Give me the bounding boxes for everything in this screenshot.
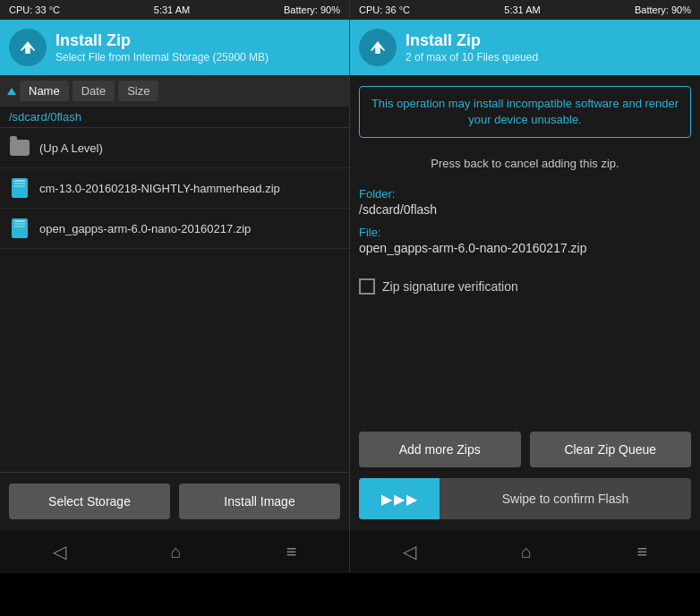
right-menu-icon[interactable]: ≡ bbox=[623, 535, 662, 569]
left-time: 5:31 AM bbox=[154, 4, 190, 15]
left-logo bbox=[9, 29, 47, 66]
list-item[interactable]: cm-13.0-20160218-NIGHTLY-hammerhead.zip bbox=[0, 168, 349, 209]
left-battery: Battery: 90% bbox=[284, 4, 340, 15]
sort-arrow-icon bbox=[7, 88, 16, 95]
right-logo bbox=[359, 29, 397, 66]
zip-icon bbox=[9, 177, 30, 199]
clear-zip-queue-button[interactable]: Clear Zip Queue bbox=[530, 432, 692, 467]
right-battery: Battery: 90% bbox=[635, 4, 691, 15]
swipe-arrow-1: ▶ bbox=[381, 491, 392, 508]
swipe-confirm-bar[interactable]: ▶ ▶ ▶ Swipe to confirm Flash bbox=[359, 478, 691, 519]
list-item[interactable]: open_gapps-arm-6.0-nano-20160217.zip bbox=[0, 209, 349, 249]
right-subtitle: 2 of max of 10 Files queued bbox=[405, 51, 538, 64]
swipe-arrow-3: ▶ bbox=[406, 491, 417, 508]
file-value: open_gapps-arm-6.0-nano-20160217.zip bbox=[359, 241, 691, 255]
right-content: This operation may install incompatible … bbox=[350, 75, 700, 530]
file-label: File: bbox=[359, 226, 691, 239]
left-title: Install Zip bbox=[55, 31, 269, 51]
folder-icon bbox=[9, 137, 30, 158]
home-icon[interactable]: ⌂ bbox=[157, 535, 196, 569]
install-image-button[interactable]: Install Image bbox=[179, 483, 340, 519]
right-cpu: CPU: 36 °C bbox=[359, 4, 410, 15]
swipe-arrow-2: ▶ bbox=[394, 491, 405, 508]
back-icon[interactable]: ◁ bbox=[38, 534, 81, 569]
file-name: (Up A Level) bbox=[39, 141, 103, 155]
list-item[interactable]: (Up A Level) bbox=[0, 128, 349, 168]
file-name: open_gapps-arm-6.0-nano-20160217.zip bbox=[39, 222, 251, 235]
folder-label: Folder: bbox=[359, 187, 691, 201]
path-bar: /sdcard/0flash bbox=[0, 107, 349, 128]
menu-icon[interactable]: ≡ bbox=[272, 535, 312, 569]
zip-verify-row[interactable]: Zip signature verification bbox=[359, 278, 691, 295]
select-storage-button[interactable]: Select Storage bbox=[9, 483, 170, 519]
folder-info: Folder: /sdcard/0flash File: open_gapps-… bbox=[350, 180, 700, 271]
cancel-hint: Press back to cancel adding this zip. bbox=[359, 156, 691, 172]
left-subtitle: Select File from Internal Storage (25900… bbox=[55, 51, 269, 64]
right-header: Install Zip 2 of max of 10 Files queued bbox=[350, 20, 700, 75]
left-header: Install Zip Select File from Internal St… bbox=[0, 20, 349, 75]
file-name: cm-13.0-20160218-NIGHTLY-hammerhead.zip bbox=[39, 182, 280, 195]
folder-value: /sdcard/0flash bbox=[359, 202, 691, 217]
warning-text: This operation may install incompatible … bbox=[369, 96, 681, 128]
sort-bar: Name Date Size bbox=[0, 75, 349, 107]
left-nav-bar: ◁ ⌂ ≡ bbox=[0, 530, 349, 573]
zip-verify-label: Zip signature verification bbox=[382, 279, 518, 294]
right-time: 5:31 AM bbox=[504, 4, 540, 15]
left-cpu: CPU: 33 °C bbox=[9, 4, 60, 15]
left-bottom-buttons: Select Storage Install Image bbox=[0, 472, 349, 530]
add-more-zips-button[interactable]: Add more Zips bbox=[359, 432, 521, 467]
sort-size-button[interactable]: Size bbox=[118, 81, 158, 101]
left-header-text: Install Zip Select File from Internal St… bbox=[55, 31, 269, 64]
zip-verify-checkbox[interactable] bbox=[359, 278, 375, 295]
warning-box: This operation may install incompatible … bbox=[359, 86, 691, 138]
right-status-bar: CPU: 36 °C 5:31 AM Battery: 90% bbox=[350, 0, 700, 20]
right-header-text: Install Zip 2 of max of 10 Files queued bbox=[405, 31, 538, 64]
sort-name-button[interactable]: Name bbox=[20, 81, 69, 101]
file-list: (Up A Level) cm-13.0-20160218-NIGHTLY-ha… bbox=[0, 128, 349, 472]
right-home-icon[interactable]: ⌂ bbox=[507, 535, 546, 569]
swipe-label: Swipe to confirm Flash bbox=[440, 492, 691, 506]
action-buttons: Add more Zips Clear Zip Queue bbox=[350, 421, 700, 478]
right-back-icon[interactable]: ◁ bbox=[388, 534, 431, 569]
right-title: Install Zip bbox=[405, 31, 538, 51]
swipe-handle[interactable]: ▶ ▶ ▶ bbox=[359, 478, 440, 519]
left-status-bar: CPU: 33 °C 5:31 AM Battery: 90% bbox=[0, 0, 349, 20]
right-nav-bar: ◁ ⌂ ≡ bbox=[350, 530, 700, 573]
zip-icon bbox=[9, 218, 30, 239]
sort-date-button[interactable]: Date bbox=[73, 81, 115, 101]
